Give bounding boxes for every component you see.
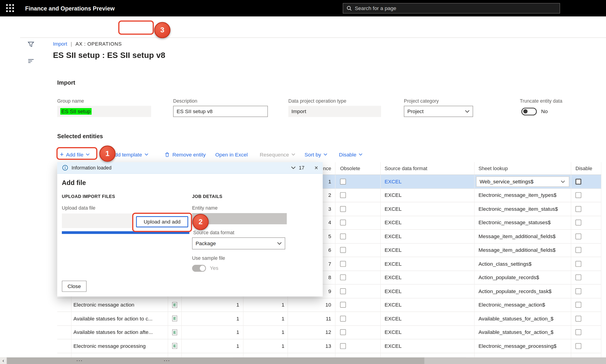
add-file-dialog: Information loaded 17 × Add file UPLOAD … [57,162,323,297]
upload-progress-bar [62,231,190,234]
close-icon[interactable]: × [314,164,318,171]
chevron-down-icon [561,180,565,183]
col-obsolete: Obsolete [335,162,381,174]
chevron-down-icon [465,110,469,113]
obsolete-checkbox[interactable] [340,343,346,349]
truncate-value: No [541,109,548,114]
disable-checkbox[interactable] [575,275,581,280]
table-row[interactable]: Available statuses for action to c... 1 … [57,312,601,326]
horizontal-scrollbar[interactable]: ‹ ··· ··· [0,357,606,364]
page-search-input[interactable] [355,5,557,11]
app-launcher-icon[interactable] [5,3,15,13]
add-file-button[interactable]: + Add file [60,150,90,159]
disable-button[interactable]: Disable [339,150,362,159]
obsolete-checkbox[interactable] [340,288,346,294]
obsolete-checkbox[interactable] [340,275,346,280]
chevron-down-icon [291,153,295,156]
disable-checkbox[interactable] [575,302,581,308]
annotation-badge-3: 3 [154,22,170,38]
operation-type-field: Import [288,106,381,117]
disable-checkbox[interactable] [575,206,581,212]
obsolete-checkbox[interactable] [340,192,346,198]
chevron-down-icon [359,153,363,156]
chevron-down-icon [144,153,148,156]
disable-checkbox[interactable] [575,220,581,226]
page-title: ES SII setup : ES SII setup v8 [53,51,165,60]
sort-by-button[interactable]: Sort by [305,150,327,159]
upload-file-area[interactable] [62,213,133,228]
scrollbar-thumb[interactable] [7,357,424,364]
disable-checkbox[interactable] [575,261,581,267]
chevron-down-icon[interactable] [291,167,296,169]
page-search[interactable] [343,3,560,14]
project-category-select[interactable]: Project [404,106,473,117]
disable-checkbox[interactable] [575,179,581,184]
obsolete-checkbox[interactable] [340,220,346,226]
top-bar: Finance and Operations Preview [0,0,606,16]
dialog-title: Add file [62,179,86,187]
annotation-badge-2: 2 [193,214,209,230]
source-format-select[interactable]: Package [192,237,285,249]
selected-entities-title: Selected entities [57,133,103,139]
disable-checkbox[interactable] [575,192,581,198]
disable-checkbox[interactable] [575,329,581,335]
sample-file-label: Use sample file [192,256,225,261]
dialog-close-button[interactable]: Close [62,281,86,292]
description-field[interactable]: ES SII setup v8 [173,106,268,117]
app-window: Finance and Operations Preview Save + Ne… [0,0,606,364]
breadcrumb-separator: | [70,41,72,47]
breadcrumb-context: AX : OPERATIONS [75,41,122,47]
info-bar: Information loaded 17 × [57,162,323,174]
scrollbar-grip-dots: ··· [77,358,83,363]
disable-checkbox[interactable] [575,247,581,253]
search-icon [346,5,352,11]
table-row[interactable]: Available statuses for action afte... 1 … [57,326,601,339]
chevron-down-icon [86,153,90,156]
breadcrumb: Import | AX : OPERATIONS [53,41,122,47]
sample-file-value: Yes [210,265,218,271]
annotation-badge-1: 1 [99,145,116,162]
project-category-label: Project category [404,99,439,104]
entity-name-label: Entity name [192,205,218,211]
operation-type-label: Data project operation type [288,99,346,104]
obsolete-checkbox[interactable] [340,316,346,321]
description-value: ES SII setup v8 [177,109,213,114]
obsolete-checkbox[interactable] [340,302,346,308]
obsolete-checkbox[interactable] [340,329,346,335]
obsolete-checkbox[interactable] [340,247,346,253]
table-row[interactable] [57,353,601,357]
info-message: Information loaded [71,165,111,171]
add-template-button[interactable]: Add template [111,150,148,159]
open-in-excel-button[interactable]: Open in Excel [215,150,248,159]
scroll-left-button[interactable]: ‹ [0,357,7,364]
excel-file-icon [172,302,178,308]
col-disable: Disable [571,162,601,174]
filter-lines-icon[interactable] [27,57,35,65]
obsolete-checkbox[interactable] [340,206,346,212]
sheet-lookup-select[interactable]: Web_service_settings$ [476,176,569,187]
truncate-toggle[interactable] [521,108,537,115]
disable-checkbox[interactable] [575,288,581,294]
remove-entity-button[interactable]: Remove entity [164,150,206,159]
obsolete-checkbox[interactable] [340,179,346,184]
project-category-value: Project [407,109,424,114]
table-row[interactable]: Electronic message action 1 1 10 EXCEL E… [57,298,601,312]
truncate-label: Truncate entity data [520,99,562,104]
obsolete-checkbox[interactable] [340,261,346,267]
disable-checkbox[interactable] [575,316,581,321]
info-icon [62,164,69,171]
upload-file-label: Upload data file [62,205,96,211]
operation-type-value: Import [291,109,306,114]
upload-and-add-button[interactable]: Upload and add [136,216,188,227]
upload-section-heading: UPLOAD IMPORT FILES [62,194,115,199]
breadcrumb-import-link[interactable]: Import [53,41,67,47]
table-row[interactable]: Electronic message processing 1 1 13 EXC… [57,339,601,353]
group-name-field[interactable]: ES SII setup [57,106,151,117]
description-label: Description [173,99,197,104]
disable-checkbox[interactable] [575,234,581,239]
col-source-data-format: Source data format [381,162,474,174]
left-nav-rail [0,16,20,357]
obsolete-checkbox[interactable] [340,234,346,239]
disable-checkbox[interactable] [575,343,581,349]
filter-funnel-icon[interactable] [27,41,35,48]
